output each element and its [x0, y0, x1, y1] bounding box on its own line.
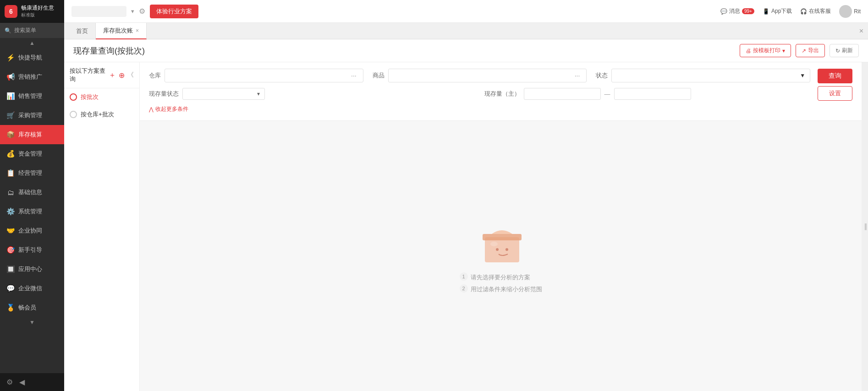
sidebar-item-shortcut[interactable]: ⚡ 快捷导航 — [0, 48, 64, 67]
sidebar-item-apps[interactable]: 🔲 应用中心 — [0, 260, 64, 279]
svg-rect-1 — [483, 234, 522, 240]
app-download-label: App下载 — [771, 7, 792, 15]
sidebar-item-label: 企业微信 — [18, 284, 42, 293]
print-dropdown-icon[interactable]: ▾ — [782, 48, 785, 54]
stock-status-select[interactable]: ▾ — [182, 88, 265, 100]
app-download-btn[interactable]: 📱 App下载 — [763, 7, 792, 15]
sidebar-item-label: 畅会员 — [18, 304, 36, 312]
query-buttons: 查询 设置 — [818, 69, 852, 101]
app-title: 畅康通好生意 — [21, 5, 54, 12]
search-label: 搜索菜单 — [14, 27, 36, 34]
scheme-item-batch[interactable]: 按批次 — [64, 88, 139, 106]
scheme-collapse-btn[interactable]: 《 — [127, 71, 134, 79]
stock-status-arrow: ▾ — [257, 91, 260, 97]
scroll-up-btn[interactable]: ▲ — [0, 38, 64, 48]
hint-item-2: 2 用过滤条件来缩小分析范围 — [460, 283, 542, 295]
warehouse-input[interactable]: ··· — [165, 69, 363, 82]
sidebar-item-system[interactable]: ⚙️ 系统管理 — [0, 202, 64, 221]
sidebar-item-label: 快捷导航 — [18, 54, 42, 62]
user-menu[interactable]: Rit — [839, 5, 861, 18]
tabs-bar: 首页 库存批次账 × × — [64, 23, 868, 39]
warehouse-dots[interactable]: ··· — [349, 72, 358, 79]
tab-batch-account[interactable]: 库存批次账 × — [96, 23, 147, 39]
sidebar-footer: ⚙ ◀ — [0, 373, 64, 391]
sidebar-header: 6 畅康通好生意 标准版 — [0, 0, 64, 23]
tab-home[interactable]: 首页 — [69, 23, 96, 39]
top-bar-right: 💬 消息 99+ 📱 App下载 🎧 在线客服 Rit — [720, 5, 861, 18]
warehouse-label: 仓库 — [149, 71, 161, 80]
filter-row-1: 仓库 ··· 商品 ··· — [149, 69, 810, 82]
sidebar-item-label: 资金管理 — [18, 150, 42, 158]
shortcut-icon: ⚡ — [6, 54, 15, 62]
sidebar-item-finance[interactable]: 💰 资金管理 — [0, 144, 64, 163]
sidebar-item-enterprise[interactable]: 🤝 企业协同 — [0, 221, 64, 240]
stock-qty-min-input[interactable] — [524, 88, 601, 100]
sidebar-item-wechat[interactable]: 💬 企业微信 — [0, 279, 64, 298]
print-icon: 🖨 — [746, 48, 751, 54]
empty-svg — [478, 217, 528, 267]
tab-close-btn[interactable]: × — [136, 27, 139, 34]
sidebar-item-newbie[interactable]: 🎯 新手引导 — [0, 240, 64, 260]
sidebar-item-label: 基础信息 — [18, 188, 42, 196]
enterprise-icon: 🤝 — [6, 227, 15, 235]
topbar-settings-icon[interactable]: ⚙ — [139, 7, 145, 16]
query-btn[interactable]: 查询 — [818, 69, 852, 83]
messages-btn[interactable]: 💬 消息 99+ — [720, 7, 754, 15]
svg-rect-0 — [485, 237, 519, 262]
stock-qty-label: 现存量（主） — [484, 90, 520, 98]
sidebar-settings-icon[interactable]: ⚙ — [6, 378, 13, 386]
page-header: 现存量查询(按批次) 🖨 按模板打印 ▾ ↗ 导出 ↻ 刷新 — [64, 39, 868, 62]
svg-point-4 — [505, 248, 508, 251]
collapse-label: 收起更多条件 — [155, 105, 188, 113]
main-panel: 仓库 ··· 商品 ··· — [140, 62, 862, 391]
scheme-settings-btn[interactable]: ⊕ — [119, 71, 125, 80]
online-service-btn[interactable]: 🎧 在线客服 — [800, 7, 831, 15]
filter-product-field: 商品 ··· — [373, 69, 587, 82]
export-btn[interactable]: ↗ 导出 — [796, 44, 825, 57]
sales-icon: 📊 — [6, 92, 15, 100]
sidebar-item-sales[interactable]: 📊 销售管理 — [0, 87, 64, 106]
topbar-search-input[interactable] — [71, 6, 126, 17]
product-input[interactable]: ··· — [388, 69, 587, 82]
sidebar-item-basics[interactable]: 🗂 基础信息 — [0, 183, 64, 202]
status-select[interactable]: ▼ — [611, 69, 810, 82]
scheme-panel: 按以下方案查询 ＋ ⊕ 《 按批次 按仓库+批次 — [64, 62, 140, 391]
stock-qty-max-input[interactable] — [614, 88, 691, 100]
content-area: 按以下方案查询 ＋ ⊕ 《 按批次 按仓库+批次 — [64, 62, 868, 391]
sidebar-item-label: 系统管理 — [18, 207, 42, 216]
filter-settings-btn[interactable]: 设置 — [818, 86, 852, 101]
sidebar-item-operations[interactable]: 📋 经营管理 — [0, 163, 64, 183]
sidebar-item-member[interactable]: 🏅 畅会员 — [0, 298, 64, 317]
marketing-icon: 📢 — [6, 73, 15, 81]
sidebar-item-label: 企业协同 — [18, 227, 42, 235]
wechat-icon: 💬 — [6, 284, 15, 293]
scheme-item-warehouse-batch[interactable]: 按仓库+批次 — [64, 106, 139, 123]
empty-hints: 1 请先选择要分析的方案 2 用过滤条件来缩小分析范围 — [460, 272, 542, 295]
product-dots[interactable]: ··· — [573, 72, 582, 79]
sidebar: 6 畅康通好生意 标准版 🔍 搜索菜单 ▲ ⚡ 快捷导航 📢 营销推广 📊 销售… — [0, 0, 64, 391]
topbar-dropdown-icon[interactable]: ▾ — [131, 8, 134, 15]
sidebar-search[interactable]: 🔍 搜索菜单 — [0, 23, 64, 38]
purchase-icon: 🛒 — [6, 111, 15, 119]
print-btn[interactable]: 🖨 按模板打印 ▾ — [740, 44, 791, 57]
scheme-add-btn[interactable]: ＋ — [109, 71, 116, 80]
sidebar-collapse-icon[interactable]: ◀ — [19, 378, 25, 386]
scroll-down-btn[interactable]: ▼ — [0, 317, 64, 327]
hint-text-1: 请先选择要分析的方案 — [471, 272, 530, 283]
apps-icon: 🔲 — [6, 265, 15, 273]
scheme-header-actions: ＋ ⊕ 《 — [109, 71, 134, 80]
scheme-dot-inactive — [70, 111, 77, 118]
scheme-header-title: 按以下方案查询 — [70, 67, 109, 83]
tab-home-label: 首页 — [76, 27, 88, 35]
refresh-btn[interactable]: ↻ 刷新 — [830, 44, 859, 57]
user-avatar — [839, 5, 852, 18]
sidebar-item-label: 销售管理 — [18, 92, 42, 100]
experience-btn[interactable]: 体验行业方案 — [150, 5, 198, 18]
right-scrollbar[interactable]: ▐ — [862, 62, 868, 391]
sidebar-item-purchase[interactable]: 🛒 采购管理 — [0, 106, 64, 125]
sidebar-item-marketing[interactable]: 📢 营销推广 — [0, 67, 64, 87]
sidebar-item-inventory[interactable]: 📦 库存核算 — [0, 125, 64, 144]
range-dash: — — [604, 91, 610, 98]
tabs-close-all-btn[interactable]: × — [859, 27, 863, 35]
collapse-filter-btn[interactable]: ⋀ 收起更多条件 — [149, 103, 810, 117]
